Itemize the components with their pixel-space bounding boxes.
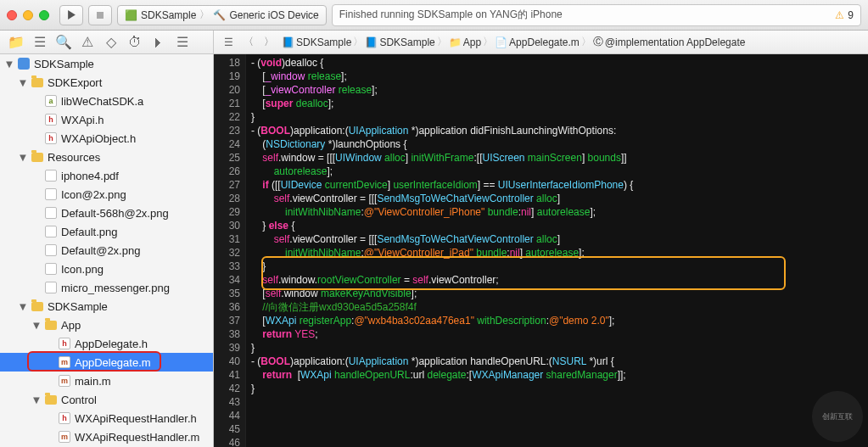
code-line[interactable]: return [WXApi handleOpenURL:url delegate… (251, 368, 868, 382)
code-line[interactable]: [_window release]; (251, 70, 868, 83)
code-line[interactable]: [self.window makeKeyAndVisible]; (251, 287, 868, 300)
code-line[interactable]: self.viewController = [[[SendMsgToWeChat… (251, 232, 868, 246)
tree-row[interactable]: Default@2x.png (0, 241, 213, 260)
tree-row[interactable]: hAppDelegate.h (0, 334, 213, 353)
tree-row[interactable]: mmain.m (0, 372, 213, 390)
back-icon[interactable]: 〈 (241, 35, 256, 50)
find-navigator-icon[interactable]: 🔍 (56, 35, 71, 50)
line-number: 26 (214, 165, 240, 178)
tree-row[interactable]: ▼SDKSample (0, 54, 213, 73)
tree-row[interactable]: mAppDelegate.m (0, 353, 213, 372)
code-line[interactable]: - (BOOL)application:(UIApplication *)app… (251, 355, 868, 368)
disclosure-triangle-icon[interactable]: ▼ (19, 78, 27, 87)
run-button[interactable] (59, 5, 83, 25)
disclosure-triangle-icon[interactable]: ▼ (32, 395, 41, 404)
chevron-right-icon: 〉 (353, 35, 363, 49)
chevron-right-icon: 〉 (483, 35, 493, 49)
tree-row[interactable]: alibWeChatSDK.a (0, 92, 213, 110)
code-line[interactable]: } else { (251, 219, 868, 232)
zoom-icon[interactable] (39, 10, 49, 20)
code-line[interactable]: autorelease]; (251, 165, 868, 178)
main-area: ▼SDKSample▼SDKExportalibWeChatSDK.ahWXAp… (0, 54, 868, 447)
code-line[interactable]: } (251, 110, 868, 124)
archive-file-icon: a (44, 94, 58, 108)
tree-row[interactable]: Icon@2x.png (0, 185, 213, 204)
line-number: 30 (214, 219, 240, 232)
jump-bar-segment[interactable]: @implementation AppDelegate (605, 36, 746, 48)
stop-button[interactable] (88, 5, 112, 25)
code-line[interactable]: [WXApi registerApp:@"wxb4ba3c02aa476ea1"… (251, 314, 868, 327)
code-line[interactable]: } (251, 382, 868, 395)
jump-bar-path[interactable]: 📘 SDKSample 〉 📘 SDKSample 〉 📁 App 〉 📄 Ap… (282, 35, 745, 49)
jump-bar[interactable]: ☰ 〈 〉 📘 SDKSample 〉 📘 SDKSample 〉 📁 App … (214, 31, 868, 53)
code-line[interactable]: //向微信注册wxd930ea5d5a258f4f (251, 300, 868, 314)
code-line[interactable]: self.viewController = [[[SendMsgToWeChat… (251, 192, 868, 205)
close-icon[interactable] (7, 10, 17, 20)
code-line[interactable]: [_viewController release]; (251, 83, 868, 97)
code-line[interactable]: } (251, 341, 868, 355)
line-number: 25 (214, 151, 240, 165)
watermark-badge: 创新互联 (812, 391, 863, 442)
issue-badge[interactable]: ⚠ 9 (835, 9, 854, 21)
line-number: 32 (214, 246, 240, 260)
log-navigator-icon[interactable]: ☰ (175, 35, 190, 50)
code-line[interactable]: [super dealloc]; (251, 97, 868, 110)
tree-row-label: WXApiRequestHandler.m (75, 431, 199, 444)
code-line[interactable]: self.window = [[[UIWindow alloc] initWit… (251, 151, 868, 165)
disclosure-triangle-icon[interactable]: ▼ (19, 302, 27, 310)
tree-row[interactable]: ▼SDKSample (0, 297, 213, 316)
code-line[interactable]: initWithNibName:@"ViewController_iPad" b… (251, 246, 868, 260)
line-number: 27 (214, 178, 240, 192)
tree-row[interactable]: Default-568h@2x.png (0, 204, 213, 222)
tree-row-label: App (61, 319, 81, 332)
jump-bar-segment[interactable]: AppDelegate.m (509, 36, 580, 48)
test-navigator-icon[interactable]: ◇ (104, 35, 119, 50)
tree-row[interactable]: Default.png (0, 222, 213, 241)
tree-row[interactable]: ▼Control (0, 390, 213, 409)
symbol-navigator-icon[interactable]: ☰ (32, 35, 48, 50)
project-icon: 📘 (365, 36, 378, 48)
minimize-icon[interactable] (23, 10, 33, 20)
tree-row[interactable]: micro_messenger.png (0, 278, 213, 297)
line-number: 21 (214, 97, 240, 110)
project-navigator-icon[interactable]: 📁 (8, 35, 24, 50)
debug-navigator-icon[interactable]: ⏱ (127, 35, 143, 50)
tree-row-label: micro_messenger.png (61, 282, 170, 294)
folder-icon (44, 393, 58, 406)
tree-row[interactable]: hWXApiObject.h (0, 129, 213, 148)
issue-navigator-icon[interactable]: ⚠ (80, 35, 95, 50)
forward-icon[interactable]: 〉 (261, 35, 277, 50)
code-editor[interactable]: 1819202122232425262728293031323334353637… (214, 54, 868, 447)
jump-bar-segment[interactable]: SDKSample (379, 36, 434, 48)
tree-row[interactable]: ▼App (0, 316, 213, 334)
code-line[interactable]: } (251, 260, 868, 273)
code-line[interactable]: if ([[UIDevice currentDevice] userInterf… (251, 178, 868, 192)
code-line[interactable]: initWithNibName:@"ViewController_iPhone"… (251, 205, 868, 219)
tree-row[interactable]: ▼SDKExport (0, 73, 213, 92)
code-line[interactable]: return YES; (251, 327, 868, 341)
line-number: 18 (214, 56, 240, 70)
tree-row[interactable]: Icon.png (0, 260, 213, 278)
disclosure-triangle-icon[interactable]: ▼ (19, 153, 27, 161)
code-line[interactable]: - (BOOL)application:(UIApplication *)app… (251, 124, 868, 137)
related-items-icon[interactable]: ☰ (221, 35, 236, 50)
code-line[interactable]: - (void)dealloc { (251, 56, 868, 70)
activity-status: Finished running SDKSample on YANG的 iPho… (332, 4, 861, 26)
folder-icon (44, 318, 58, 332)
tree-row-label: SDKExport (48, 76, 102, 89)
tree-row[interactable]: mWXApiRequestHandler.m (0, 427, 213, 446)
jump-bar-segment[interactable]: SDKSample (296, 36, 351, 48)
disclosure-triangle-icon[interactable]: ▼ (5, 59, 14, 68)
project-navigator[interactable]: ▼SDKSample▼SDKExportalibWeChatSDK.ahWXAp… (0, 54, 214, 447)
disclosure-triangle-icon[interactable]: ▼ (32, 321, 41, 329)
tree-row[interactable]: hWXApi.h (0, 110, 213, 129)
tree-row[interactable]: ▼Resources (0, 148, 213, 166)
code-area[interactable]: - (void)dealloc { [_window release]; [_v… (246, 54, 868, 447)
jump-bar-segment[interactable]: App (463, 36, 481, 48)
scheme-selector[interactable]: 🟩 SDKSample 〉 🔨 Generic iOS Device (117, 5, 327, 25)
breakpoint-navigator-icon[interactable]: ⏵ (151, 35, 166, 50)
code-line[interactable]: (NSDictionary *)launchOptions { (251, 137, 868, 151)
tree-row[interactable]: hWXApiRequestHandler.h (0, 409, 213, 427)
code-line[interactable]: self.window.rootViewController = self.vi… (251, 273, 868, 287)
tree-row[interactable]: iphone4.pdf (0, 166, 213, 185)
